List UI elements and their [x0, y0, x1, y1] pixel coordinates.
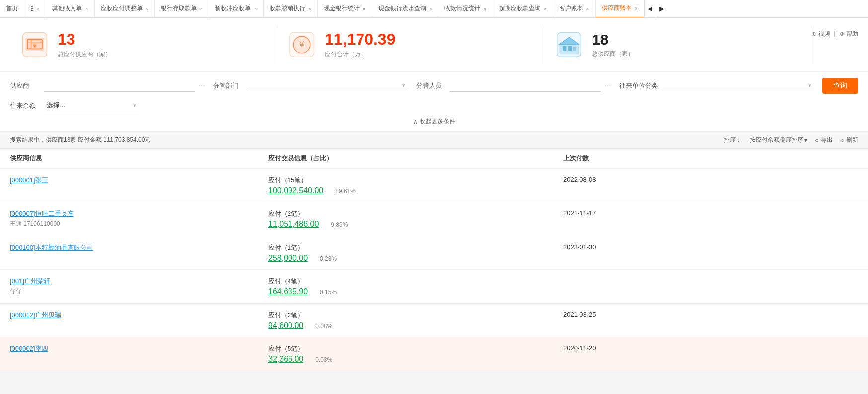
collapse-chevron-icon: ∧	[413, 118, 418, 125]
export-button[interactable]: ○ 导出	[815, 136, 833, 144]
dept-select[interactable]: ▾	[247, 80, 408, 91]
result-info: 搜索结果中，供应商13家 应付金额 111,703,854.00元	[10, 136, 150, 144]
nav-tab-customer-ledger[interactable]: 客户账本 ×	[553, 0, 595, 18]
close-icon[interactable]: ×	[308, 6, 311, 12]
nav-tab-3-label: 3	[30, 5, 34, 12]
person-dots-icon[interactable]: ···	[605, 81, 611, 90]
close-icon[interactable]: ×	[635, 5, 638, 11]
tx-percent: 0.23%	[320, 255, 337, 262]
sort-dropdown-icon: ▾	[804, 137, 807, 144]
last-pay-cell: 2023-01-30	[563, 243, 858, 251]
summary-card-total-payable: ¥ 11,170.39 应付合计（万）	[277, 26, 544, 64]
table-row[interactable]: [001]广州荣轩 仔仔 应付（4笔） 164,635.90 0.15%	[0, 270, 868, 304]
tx-count: 应付（2笔）	[268, 311, 304, 320]
close-icon[interactable]: ×	[145, 6, 148, 12]
table-row[interactable]: [000002]李四 应付（5笔） 32,366.00 0.03% 2020-1…	[0, 337, 868, 371]
payable-suppliers-number: 13	[58, 31, 111, 48]
total-suppliers-info: 18 总供应商（家）	[592, 31, 634, 58]
supplier-link[interactable]: [000001]张三	[10, 176, 268, 185]
sort-label: 排序：	[724, 136, 742, 144]
filter-category: 往来单位分类 ▾	[619, 80, 814, 91]
supplier-info-cell: [000001]张三	[10, 176, 268, 185]
nav-tab-ar-adjust-label: 应收应付调整单	[101, 4, 143, 13]
refresh-button[interactable]: ○ 刷新	[841, 136, 858, 144]
nav-tab-other-income[interactable]: 其他收入单 ×	[46, 0, 94, 18]
tx-percent: 0.03%	[315, 356, 332, 363]
col-header-last-pay: 上次付数	[563, 154, 858, 163]
video-link[interactable]: ⊙ 视频	[811, 30, 830, 38]
tx-row: 应付（2笔）	[268, 209, 563, 218]
nav-next-arrow[interactable]: ▶	[656, 0, 668, 18]
nav-tab-collection[interactable]: 收款核销执行 ×	[264, 0, 318, 18]
table-row[interactable]: [000012]广州贝瑞 应付（2笔） 94,600.00 0.08% 2021…	[0, 304, 868, 337]
supplier-link[interactable]: [000100]本特勤油品有限公司	[10, 243, 268, 252]
sort-select[interactable]: 按应付余额倒序排序 ▾	[750, 136, 807, 144]
table-header: 供应商信息 应付交易信息（占比） 上次付数	[0, 149, 868, 169]
table-row[interactable]: [000007]恒旺二手叉车 王通 17106110000 应付（2笔） 11,…	[0, 202, 868, 236]
svg-text:¥: ¥	[299, 40, 304, 49]
balance-select[interactable]: 选择... ▾	[44, 99, 139, 112]
svg-rect-13	[563, 46, 566, 51]
supplier-info-cell: [001]广州荣轩 仔仔	[10, 277, 268, 296]
close-icon[interactable]: ×	[37, 6, 40, 12]
close-icon[interactable]: ×	[586, 6, 589, 12]
nav-tab-supplier-ledger[interactable]: 供应商账本 ×	[596, 0, 644, 18]
refresh-label: 刷新	[846, 136, 858, 144]
nav-prev-arrow[interactable]: ◀	[644, 0, 656, 18]
result-bar: 搜索结果中，供应商13家 应付金额 111,703,854.00元 排序： 按应…	[0, 132, 868, 149]
nav-tab-cash-bank-stat[interactable]: 现金银行统计 ×	[318, 0, 372, 18]
nav-tab-ar-adjust[interactable]: 应收应付调整单 ×	[95, 0, 155, 18]
close-icon[interactable]: ×	[362, 6, 365, 12]
tx-amount-row: 258,000.00 0.23%	[268, 254, 563, 263]
supplier-input[interactable]	[44, 80, 195, 92]
close-icon[interactable]: ×	[483, 6, 486, 12]
supplier-dots-icon[interactable]: ···	[199, 81, 205, 90]
close-icon[interactable]: ×	[429, 6, 432, 12]
total-suppliers-label: 总供应商（家）	[592, 50, 634, 58]
nav-tab-bank-deposit-label: 银行存取款单	[161, 4, 197, 13]
search-button[interactable]: 查询	[822, 78, 858, 94]
tx-amount[interactable]: 32,366.00	[268, 355, 303, 364]
tx-amount[interactable]: 258,000.00	[268, 254, 308, 263]
person-input[interactable]	[450, 80, 601, 92]
tx-amount[interactable]: 94,600.00	[268, 321, 303, 330]
payable-suppliers-icon: ¥	[20, 30, 50, 60]
nav-tab-prepay[interactable]: 预收冲应收单 ×	[209, 0, 263, 18]
filter-row-2: 往来余额 选择... ▾	[10, 99, 858, 112]
collapse-button[interactable]: ∧ 收起更多条件	[413, 117, 455, 126]
close-icon[interactable]: ×	[544, 6, 547, 12]
nav-tab-overdue[interactable]: 超期应收款查询 ×	[493, 0, 553, 18]
supplier-link[interactable]: [000002]李四	[10, 344, 268, 353]
payable-suppliers-info: 13 总应付供应商（家）	[58, 31, 111, 59]
table-row[interactable]: [000001]张三 应付（15笔） 100,092,540.00 89.61%…	[0, 169, 868, 202]
nav-tab-home[interactable]: 首页	[0, 0, 24, 18]
nav-tab-3[interactable]: 3 ×	[24, 0, 46, 18]
tx-count: 应付（1笔）	[268, 243, 304, 252]
category-select[interactable]: ▾	[662, 80, 814, 91]
supplier-table: 供应商信息 应付交易信息（占比） 上次付数 [000001]张三 应付（15笔）…	[0, 149, 868, 371]
close-icon[interactable]: ×	[85, 6, 88, 12]
nav-tab-customer-ledger-label: 客户账本	[559, 4, 583, 13]
supplier-link[interactable]: [000007]恒旺二手叉车	[10, 209, 268, 218]
nav-tab-cash-bank-flow[interactable]: 现金银行流水查询 ×	[372, 0, 438, 18]
total-suppliers-number: 18	[592, 31, 634, 48]
supplier-link[interactable]: [001]广州荣轩	[10, 277, 268, 286]
tx-count: 应付（5笔）	[268, 344, 304, 353]
close-icon[interactable]: ×	[254, 6, 257, 12]
top-navigation: 首页 3 × 其他收入单 × 应收应付调整单 × 银行存取款单 × 预收冲应收单…	[0, 0, 868, 18]
balance-filter-label: 往来余额	[10, 101, 40, 110]
help-link[interactable]: ⊙ 帮助	[840, 30, 858, 38]
tx-amount[interactable]: 11,051,486.00	[268, 220, 319, 229]
refresh-icon: ○	[841, 137, 844, 144]
last-pay-date: 2020-11-20	[563, 344, 596, 352]
tx-amount[interactable]: 100,092,540.00	[268, 186, 323, 195]
filter-supplier: 供应商 ···	[10, 80, 205, 92]
tx-amount[interactable]: 164,635.90	[268, 287, 308, 296]
supplier-link[interactable]: [000012]广州贝瑞	[10, 311, 268, 320]
nav-tab-collection-stat[interactable]: 收款情况统计 ×	[438, 0, 493, 18]
sort-value: 按应付余额倒序排序	[750, 136, 803, 144]
table-row[interactable]: [000100]本特勤油品有限公司 应付（1笔） 258,000.00 0.23…	[0, 236, 868, 270]
close-icon[interactable]: ×	[200, 6, 203, 12]
nav-tab-bank-deposit[interactable]: 银行存取款单 ×	[155, 0, 209, 18]
tx-count: 应付（15笔）	[268, 176, 307, 185]
